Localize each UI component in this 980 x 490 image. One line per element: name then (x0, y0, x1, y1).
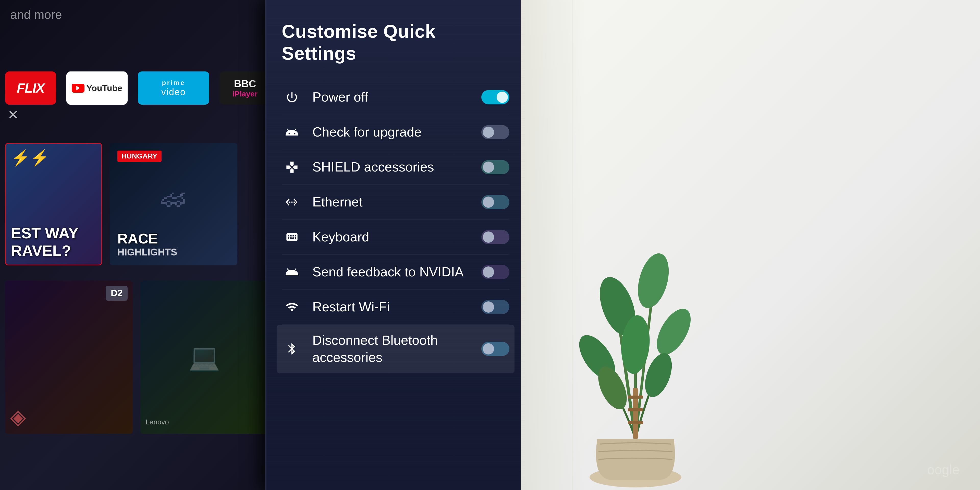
feedback-label: Send feedback to NVIDIA (312, 263, 471, 281)
ethernet-label: Ethernet (312, 193, 471, 211)
f1-title: EST WAY RAVEL? (11, 224, 96, 259)
android-icon (282, 122, 302, 142)
bluetooth-toggle[interactable] (481, 342, 509, 356)
youtube-play-icon (72, 84, 84, 93)
prime-logo: prime video (161, 79, 186, 97)
travel-text: RAVEL? (11, 242, 96, 259)
gamepad-icon (282, 157, 302, 177)
svg-rect-11 (628, 421, 643, 424)
lenovo-icon: 💻 (188, 342, 220, 372)
race-car-icon: 🏎 (161, 183, 186, 213)
and-more-label: and more (10, 8, 62, 22)
f1-thumbnail[interactable]: ⚡⚡ EST WAY RAVEL? (5, 143, 102, 266)
hungary-card: HUNGARY 🏎 RACE HIGHLIGHTS (110, 143, 237, 266)
settings-panel: Customise Quick Settings Power off Check… (266, 0, 526, 490)
plant-decoration (546, 209, 725, 490)
prime-video-app[interactable]: prime video (138, 72, 209, 105)
svg-point-4 (650, 303, 698, 360)
svg-rect-10 (628, 408, 643, 411)
feedback-toggle[interactable] (481, 265, 509, 279)
race-car-area: 🏎 (118, 166, 230, 230)
settings-item-shield[interactable]: SHIELD accessories (282, 150, 509, 185)
hungary-badge: HUNGARY (118, 151, 162, 162)
bbc-iplayer-app[interactable]: BBC iPlayer (220, 72, 270, 105)
settings-item-wifi[interactable]: Restart Wi-Fi (282, 290, 509, 325)
room-background: oogle (520, 0, 980, 490)
netflix-app[interactable]: FLIX (5, 72, 56, 105)
f1-icon: ⚡⚡ (11, 149, 96, 167)
settings-item-power-off[interactable]: Power off (282, 80, 509, 115)
x-button[interactable]: ✕ (8, 107, 19, 123)
settings-item-bluetooth[interactable]: Disconnect Bluetooth accessories (277, 325, 514, 373)
svg-point-2 (632, 250, 674, 312)
race-labels: RACE HIGHLIGHTS (118, 230, 230, 258)
settings-item-ethernet[interactable]: Ethernet (282, 185, 509, 220)
shield-accessories-label: SHIELD accessories (312, 159, 471, 176)
hungary-thumbnail[interactable]: HUNGARY 🏎 RACE HIGHLIGHTS (110, 143, 237, 266)
iplayer-text: iPlayer (232, 89, 258, 98)
power-off-toggle[interactable] (481, 90, 509, 104)
check-upgrade-toggle[interactable] (481, 125, 509, 139)
thumbnail-lenovo[interactable]: 💻 Lenovo (140, 281, 268, 434)
thumb-icon-1: ◈ (10, 405, 26, 429)
keyboard-label: Keyboard (312, 228, 471, 246)
youtube-logo: YouTube (72, 83, 122, 93)
d2-badge: D2 (106, 286, 127, 301)
lenovo-badge: Lenovo (145, 418, 169, 426)
best-way-text: EST WAY (11, 224, 96, 242)
google-watermark: oogle (927, 462, 959, 477)
youtube-text: YouTube (86, 83, 122, 93)
prime-bot-text: video (161, 87, 186, 97)
svg-rect-9 (628, 396, 643, 399)
settings-item-keyboard[interactable]: Keyboard (282, 220, 509, 255)
bbc-logo: BBC iPlayer (232, 78, 258, 98)
bluetooth-icon (282, 339, 302, 359)
ethernet-icon (282, 192, 302, 212)
keyboard-toggle[interactable] (481, 230, 509, 244)
feedback-icon (282, 262, 302, 282)
app-icons-row: FLIX YouTube prime video BBC iPlayer (5, 72, 270, 105)
wifi-label: Restart Wi-Fi (312, 298, 471, 316)
content-row-1: ⚡⚡ EST WAY RAVEL? HUNGARY 🏎 RACE HIGHLIG… (5, 143, 237, 266)
ethernet-toggle[interactable] (481, 195, 509, 209)
lenovo-bg: 💻 (140, 281, 268, 434)
prime-top-text: prime (161, 79, 186, 87)
settings-list: Power off Check for upgrade SHIELD acces… (282, 80, 509, 373)
wifi-icon (282, 297, 302, 317)
content-row-2: D2 ◈ 💻 Lenovo (5, 281, 268, 434)
race-subtitle: HIGHLIGHTS (118, 247, 230, 258)
wifi-toggle[interactable] (481, 300, 509, 314)
bbc-text: BBC (232, 78, 258, 89)
shield-accessories-toggle[interactable] (481, 160, 509, 174)
thumbnail-purple[interactable]: D2 ◈ (5, 281, 133, 434)
f1-content: ⚡⚡ EST WAY RAVEL? (6, 144, 101, 265)
power-off-label: Power off (312, 89, 471, 106)
check-upgrade-label: Check for upgrade (312, 124, 471, 141)
race-title: RACE (118, 230, 230, 247)
power-icon (282, 87, 302, 107)
netflix-label: FLIX (17, 80, 45, 96)
youtube-app[interactable]: YouTube (66, 72, 127, 105)
keyboard-icon (282, 227, 302, 247)
panel-title: Customise Quick Settings (282, 21, 509, 65)
bluetooth-label: Disconnect Bluetooth accessories (312, 332, 471, 366)
panel-content: Customise Quick Settings Power off Check… (266, 0, 525, 394)
settings-item-check-upgrade[interactable]: Check for upgrade (282, 115, 509, 150)
settings-item-feedback[interactable]: Send feedback to NVIDIA (282, 255, 509, 290)
